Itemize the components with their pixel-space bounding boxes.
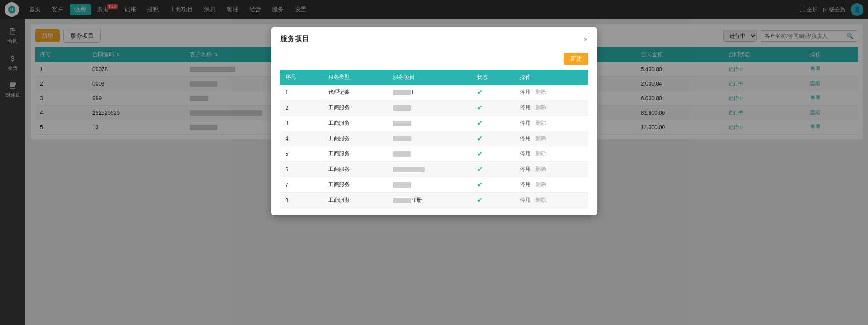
modal-cell-action: 停用 删除 xyxy=(514,146,588,162)
modal-cell-item xyxy=(388,177,472,193)
status-check-icon: ✔ xyxy=(477,150,483,158)
modal-cell-status: ✔ xyxy=(471,193,514,208)
stop-button-1[interactable]: 停用 xyxy=(520,89,531,95)
modal-cell-action: 停用 删除 xyxy=(514,193,588,208)
main-content: 新增 服务项目 进行中 全部 已完成 已终止 🔍 xyxy=(25,19,868,325)
stop-button-4[interactable]: 停用 xyxy=(520,135,531,141)
stop-button-7[interactable]: 停用 xyxy=(520,181,531,188)
stop-button-3[interactable]: 停用 xyxy=(520,120,531,126)
status-check-icon: ✔ xyxy=(477,181,483,189)
modal-table-row: 8 工商服务 注册 ✔ 停用 删除 xyxy=(280,193,588,208)
modal-table-row: 4 工商服务 ✔ 停用 删除 xyxy=(280,131,588,146)
layout: 合同 收费 对账单 新增 服务项目 进行中 全部 xyxy=(0,19,868,325)
modal-col-status: 状态 xyxy=(471,70,514,85)
modal-cell-seq: 1 xyxy=(280,85,323,100)
modal-cell-status: ✔ xyxy=(471,85,514,100)
modal-table-row: 6 工商服务 ✔ 停用 删除 xyxy=(280,162,588,177)
modal-cell-item: 注册 xyxy=(388,193,472,208)
modal-cell-status: ✔ xyxy=(471,116,514,131)
status-check-icon: ✔ xyxy=(477,165,483,173)
status-check-icon: ✔ xyxy=(477,135,483,142)
modal-cell-status: ✔ xyxy=(471,131,514,146)
modal-cell-status: ✔ xyxy=(471,100,514,116)
modal-cell-seq: 5 xyxy=(280,146,323,162)
delete-button-4[interactable]: 删除 xyxy=(535,135,546,141)
modal-cell-action: 停用 删除 xyxy=(514,100,588,116)
modal-table-wrap: 序号 服务类型 服务项目 状态 操作 1 代理记账 1 xyxy=(271,70,597,215)
modal-close-button[interactable]: × xyxy=(583,35,588,44)
modal-service-item: 服务项目 × 新建 序号 服务类型 服务项目 状态 xyxy=(271,27,597,215)
status-check-icon: ✔ xyxy=(477,196,483,204)
modal-table-row: 5 工商服务 ✔ 停用 删除 xyxy=(280,146,588,162)
status-check-icon: ✔ xyxy=(477,119,483,127)
modal-new-button[interactable]: 新建 xyxy=(564,53,588,65)
modal-cell-type: 工商服务 xyxy=(323,116,387,131)
delete-button-2[interactable]: 删除 xyxy=(535,104,546,111)
modal-cell-action: 停用 删除 xyxy=(514,116,588,131)
modal-cell-type: 工商服务 xyxy=(323,177,387,193)
modal-overlay: 服务项目 × 新建 序号 服务类型 服务项目 状态 xyxy=(25,19,868,325)
modal-cell-type: 工商服务 xyxy=(323,146,387,162)
modal-toolbar: 新建 xyxy=(271,48,597,70)
stop-button-5[interactable]: 停用 xyxy=(520,150,531,157)
modal-cell-status: ✔ xyxy=(471,162,514,177)
status-check-icon: ✔ xyxy=(477,104,483,112)
delete-button-6[interactable]: 删除 xyxy=(535,166,546,172)
modal-cell-status: ✔ xyxy=(471,177,514,193)
modal-cell-item xyxy=(388,100,472,116)
modal-cell-type: 工商服务 xyxy=(323,131,387,146)
modal-cell-action: 停用 删除 xyxy=(514,131,588,146)
modal-cell-type: 工商服务 xyxy=(323,193,387,208)
modal-cell-action: 停用 删除 xyxy=(514,162,588,177)
delete-button-8[interactable]: 删除 xyxy=(535,197,546,203)
modal-cell-type: 工商服务 xyxy=(323,100,387,116)
modal-col-type: 服务类型 xyxy=(323,70,387,85)
modal-table-row: 7 工商服务 ✔ 停用 删除 xyxy=(280,177,588,193)
modal-table-row: 2 工商服务 ✔ 停用 删除 xyxy=(280,100,588,116)
modal-col-item: 服务项目 xyxy=(388,70,472,85)
delete-button-7[interactable]: 删除 xyxy=(535,181,546,188)
modal-table: 序号 服务类型 服务项目 状态 操作 1 代理记账 1 xyxy=(280,70,588,208)
modal-table-row: 3 工商服务 ✔ 停用 删除 xyxy=(280,116,588,131)
modal-cell-action: 停用 删除 xyxy=(514,177,588,193)
modal-cell-seq: 3 xyxy=(280,116,323,131)
modal-cell-item xyxy=(388,116,472,131)
delete-button-5[interactable]: 删除 xyxy=(535,150,546,157)
modal-cell-seq: 2 xyxy=(280,100,323,116)
modal-cell-seq: 7 xyxy=(280,177,323,193)
modal-cell-action: 停用 删除 xyxy=(514,85,588,100)
modal-cell-item xyxy=(388,146,472,162)
status-check-icon: ✔ xyxy=(477,88,483,96)
modal-col-action: 操作 xyxy=(514,70,588,85)
modal-title: 服务项目 xyxy=(280,34,309,44)
stop-button-6[interactable]: 停用 xyxy=(520,166,531,172)
modal-cell-status: ✔ xyxy=(471,146,514,162)
delete-button-1[interactable]: 删除 xyxy=(535,89,546,95)
modal-cell-type: 代理记账 xyxy=(323,85,387,100)
modal-header: 服务项目 × xyxy=(271,27,597,48)
modal-cell-type: 工商服务 xyxy=(323,162,387,177)
modal-cell-item xyxy=(388,131,472,146)
modal-cell-item: 1 xyxy=(388,85,472,100)
modal-cell-item xyxy=(388,162,472,177)
stop-button-2[interactable]: 停用 xyxy=(520,104,531,111)
modal-cell-seq: 6 xyxy=(280,162,323,177)
delete-button-3[interactable]: 删除 xyxy=(535,120,546,126)
stop-button-8[interactable]: 停用 xyxy=(520,197,531,203)
modal-cell-seq: 8 xyxy=(280,193,323,208)
modal-cell-seq: 4 xyxy=(280,131,323,146)
modal-col-seq: 序号 xyxy=(280,70,323,85)
modal-table-row: 1 代理记账 1 ✔ 停用 删除 xyxy=(280,85,588,100)
